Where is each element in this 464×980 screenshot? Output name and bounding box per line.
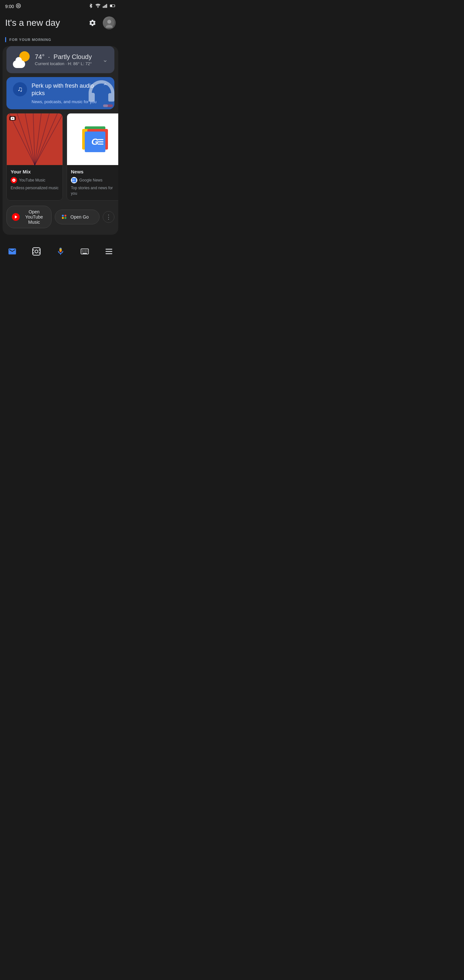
your-mix-thumbnail — [7, 113, 62, 165]
news-description: Top stories and news for you — [71, 185, 118, 196]
svg-point-1 — [18, 5, 19, 6]
weather-icon — [13, 51, 30, 68]
wifi-icon — [95, 3, 101, 9]
your-mix-source-name: YouTube Music — [19, 178, 45, 183]
youtube-badge — [10, 116, 16, 121]
bluetooth-icon — [89, 3, 93, 10]
podcast-dot-blue — [62, 215, 64, 216]
gn-line-1 — [98, 139, 103, 140]
gn-lines — [98, 139, 103, 145]
gn-blue-card: G — [85, 132, 105, 152]
open-google-news-button[interactable]: Open Go — [55, 210, 100, 224]
svg-line-15 — [9, 113, 35, 165]
audio-card[interactable]: ♫ Perk up with fresh audio picks News, p… — [6, 77, 114, 109]
open-google-news-label: Open Go — [71, 215, 89, 220]
google-news-icon: G — [71, 177, 77, 183]
google-news-button-icon — [60, 213, 68, 221]
weather-card[interactable]: 74° · Partly Cloudy Current location · H… — [6, 46, 114, 73]
svg-line-20 — [35, 113, 49, 165]
svg-rect-4 — [105, 5, 106, 8]
status-right — [89, 3, 116, 10]
media-card-your-mix[interactable]: Your Mix YouTube Music Endless personali… — [6, 113, 63, 200]
nav-lens-button[interactable] — [29, 244, 44, 259]
yt-thumbnail — [7, 113, 62, 165]
play-triangle-icon — [15, 215, 17, 219]
svg-line-16 — [17, 113, 35, 165]
youtube-music-button-icon — [12, 213, 20, 221]
status-left: 9:00 — [5, 3, 21, 10]
gn-line-3 — [98, 144, 103, 145]
your-mix-title: Your Mix — [11, 169, 59, 174]
more-dots-icon: ⋮ — [106, 213, 111, 221]
podcast-dot-green — [64, 217, 67, 219]
news-source: G Google News — [71, 177, 118, 183]
svg-point-26 — [35, 250, 38, 253]
svg-rect-11 — [89, 96, 95, 102]
screen-record-icon — [16, 3, 21, 10]
open-youtube-music-label: Open YouTube Music — [22, 209, 46, 225]
cloud-icon — [13, 60, 25, 68]
section-label: FOR YOUR MORNING — [0, 37, 121, 46]
nav-inbox-button[interactable] — [5, 244, 20, 259]
gn-thumbnail: G — [67, 113, 118, 165]
podcast-row-bottom — [62, 217, 67, 219]
main-card: 74° · Partly Cloudy Current location · H… — [3, 46, 118, 235]
google-news-logo: G — [82, 126, 108, 152]
svg-rect-12 — [108, 96, 114, 102]
svg-rect-5 — [106, 4, 107, 8]
more-options-button[interactable]: ⋮ — [103, 211, 114, 223]
open-youtube-music-button[interactable]: Open YouTube Music — [6, 206, 52, 228]
media-card-news[interactable]: G News — [67, 113, 118, 200]
media-row: Your Mix YouTube Music Endless personali… — [3, 113, 118, 206]
your-mix-content: Your Mix YouTube Music Endless personali… — [7, 165, 62, 195]
news-content: News G Google News Top stories and news … — [67, 165, 118, 200]
gn-line-2 — [98, 142, 103, 143]
podcast-dot-red — [64, 215, 67, 216]
svg-rect-14 — [103, 105, 108, 107]
battery-icon — [110, 4, 116, 9]
avatar[interactable] — [103, 16, 116, 29]
svg-point-0 — [16, 3, 21, 8]
status-time: 9:00 — [5, 4, 14, 9]
settings-button[interactable] — [86, 16, 99, 29]
svg-rect-25 — [33, 248, 40, 255]
svg-rect-2 — [103, 6, 103, 8]
weather-sub: Current location · H: 86° L: 72° — [35, 61, 102, 66]
header: It's a new day — [0, 11, 121, 37]
weather-info: 74° · Partly Cloudy Current location · H… — [35, 53, 102, 66]
news-thumbnail: G — [67, 113, 118, 165]
svg-point-9 — [107, 20, 111, 24]
action-buttons: Open YouTube Music Open Go ⋮ — [3, 206, 118, 233]
your-mix-source: YouTube Music — [11, 177, 59, 183]
news-source-name: Google News — [79, 178, 102, 183]
audio-background — [79, 77, 114, 109]
status-bar: 9:00 — [0, 0, 121, 11]
music-note-icon: ♫ — [17, 85, 23, 94]
svg-rect-7 — [110, 5, 112, 7]
audio-icon-wrap: ♫ — [13, 82, 27, 96]
bottom-nav — [0, 240, 121, 266]
podcast-icon — [62, 215, 67, 219]
signal-icon — [103, 3, 108, 9]
header-icons — [86, 16, 116, 29]
page-title: It's a new day — [5, 18, 60, 28]
nav-menu-button[interactable] — [101, 244, 117, 259]
podcast-row-top — [62, 215, 67, 216]
nav-mic-button[interactable] — [53, 244, 68, 259]
svg-rect-3 — [104, 5, 105, 8]
youtube-music-icon — [11, 177, 17, 183]
svg-text:G: G — [73, 179, 75, 182]
nav-keyboard-button[interactable] — [77, 244, 92, 259]
news-title: News — [71, 169, 118, 174]
your-mix-description: Endless personalized music — [11, 185, 59, 191]
svg-line-22 — [35, 113, 62, 165]
avatar-image — [103, 16, 116, 29]
podcast-dot-yellow — [62, 217, 64, 219]
weather-temperature: 74° · Partly Cloudy — [35, 53, 102, 60]
weather-expand-icon[interactable]: ⌄ — [102, 56, 108, 64]
